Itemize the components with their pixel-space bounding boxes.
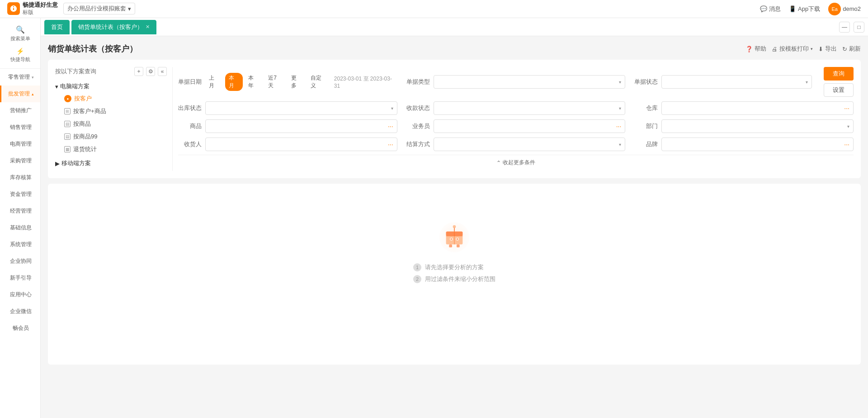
date-tab-custom[interactable]: 自定义 <box>307 73 330 91</box>
chevron-down-icon: ▾ <box>128 5 131 12</box>
order-status-label: 单据状态 <box>634 78 658 86</box>
scheme-return-stat[interactable]: ▦ 退货统计 <box>55 143 167 156</box>
settings-scheme-button[interactable]: ⚙ <box>146 67 155 76</box>
search-menu-item[interactable]: 🔍 搜索菜单 <box>4 23 37 45</box>
tab-window-actions: — □ <box>839 22 864 33</box>
industry-selector[interactable]: 办公用品行业模拟账套 ▾ <box>63 3 135 14</box>
date-tab-7days[interactable]: 近7天 <box>264 73 285 91</box>
mobile-scheme-header[interactable]: ▶ 移动端方案 <box>55 157 167 169</box>
date-tab-this-year[interactable]: 本年 <box>245 73 263 91</box>
help-link[interactable]: ❓ 帮助 <box>745 45 766 53</box>
receive-status-select[interactable]: ▾ <box>434 101 626 115</box>
settlement-select[interactable]: ▾ <box>434 138 626 151</box>
filter-row-order-status: 单据状态 ▾ 查询 设置 <box>634 67 854 97</box>
dept-select[interactable]: ▾ <box>661 119 854 133</box>
sidebar-item-operation[interactable]: 经营管理 <box>0 203 40 219</box>
filter-rows-3: 商品 ··· 业务员 <box>178 119 854 133</box>
settlement-label: 结算方式 <box>406 140 430 148</box>
app-download-button[interactable]: 📱 App下载 <box>789 5 820 13</box>
quick-nav-item[interactable]: ⚡ 快捷导航 <box>4 45 37 66</box>
sidebar-item-apps[interactable]: 应用中心 <box>0 286 40 303</box>
sidebar-item-retail[interactable]: 零售管理 ▾ <box>0 69 40 86</box>
sidebar-item-inventory[interactable]: 库存核算 <box>0 169 40 186</box>
tab-sales-stat[interactable]: 销货单统计表（按客户） ✕ <box>71 20 156 34</box>
date-label: 单据日期 <box>178 78 202 86</box>
tab-home[interactable]: 首页 <box>44 20 70 34</box>
sidebar-item-ecommerce[interactable]: 电商管理 <box>0 136 40 152</box>
empty-tip-2: 2 用过滤条件来缩小分析范围 <box>413 275 495 283</box>
export-button[interactable]: ⬇ 导出 <box>818 45 837 53</box>
tip-num-1: 1 <box>413 263 421 271</box>
tree-expand-icon: ▾ <box>55 83 58 90</box>
sidebar-item-system[interactable]: 系统管理 <box>0 236 40 253</box>
page-title-bar: 销货单统计表（按客户） ❓ 帮助 🖨 按模板打印 ▾ ⬇ 导出 <box>48 43 861 54</box>
topbar-right: 💬 消息 📱 App下载 Ea demo2 <box>760 3 861 15</box>
sidebar-item-wechat[interactable]: 企业微信 <box>0 303 40 320</box>
query-button[interactable]: 查询 <box>824 67 854 81</box>
topbar: 畅捷通好生意 标版 办公用品行业模拟账套 ▾ 💬 消息 📱 App下载 Ea d… <box>0 0 868 18</box>
content-area: 首页 销货单统计表（按客户） ✕ — □ 销货单统计表（按客户） ❓ 帮助 <box>41 18 868 418</box>
sidebar-item-wholesale[interactable]: 批发管理 ▴ <box>0 86 40 102</box>
sidebar-item-enterprise[interactable]: 企业协同 <box>0 253 40 270</box>
salesperson-select[interactable]: ··· <box>434 119 626 133</box>
sidebar-item-newbie[interactable]: 新手引导 <box>0 270 40 286</box>
collapse-bar[interactable]: ⌃ 收起更多条件 <box>178 155 854 170</box>
collapse-scheme-button[interactable]: « <box>158 67 167 76</box>
scheme-by-customer[interactable]: ● 按客户 <box>55 92 167 105</box>
filter-row-date: 单据日期 上月 本月 本年 近7天 更多 自定义 2023-03-01 至 20… <box>178 67 397 97</box>
scheme-by-goods99[interactable]: ▤ 按商品99 <box>55 130 167 143</box>
salesperson-ellipsis: ··· <box>616 123 622 130</box>
salesperson-label: 业务员 <box>406 122 430 130</box>
sidebar-item-marketing[interactable]: 营销推广 <box>0 102 40 119</box>
logo-icon <box>7 2 20 15</box>
scheme-by-goods[interactable]: ▤ 按商品 <box>55 118 167 130</box>
goods-ellipsis: ··· <box>388 123 393 130</box>
filter-layout: 按以下方案查询 + ⚙ « ▾ 电脑端方案 <box>55 67 854 171</box>
chevron-down-icon: ▾ <box>32 75 34 80</box>
add-scheme-button[interactable]: + <box>134 67 143 76</box>
sidebar-item-purchase[interactable]: 采购管理 <box>0 152 40 169</box>
chevron-up-icon: ▴ <box>32 92 34 96</box>
out-status-label: 出库状态 <box>178 104 202 112</box>
brand-select[interactable]: ··· <box>661 138 854 151</box>
sidebar-item-member[interactable]: 畅会员 <box>0 320 40 337</box>
sidebar-item-basic[interactable]: 基础信息 <box>0 219 40 236</box>
date-tab-this-month[interactable]: 本月 <box>225 73 243 91</box>
message-button[interactable]: 💬 消息 <box>760 5 781 13</box>
logo-text: 畅捷通好生意 标版 <box>23 1 58 16</box>
date-filter: 上月 本月 本年 近7天 更多 自定义 2023-03-01 至 2023-03… <box>205 73 397 91</box>
message-icon: 💬 <box>760 5 767 12</box>
maximize-button[interactable]: □ <box>854 22 864 33</box>
scheme-title: 按以下方案查询 <box>55 67 96 76</box>
scheme-by-customer-goods[interactable]: ⊞ 按客户+商品 <box>55 105 167 118</box>
wechat-label: 企业微信 <box>10 308 32 315</box>
desktop-scheme-header[interactable]: ▾ 电脑端方案 <box>55 81 167 92</box>
sidebar-item-finance[interactable]: 资金管理 <box>0 186 40 203</box>
table-icon2: ▤ <box>64 133 71 140</box>
tab-close-button[interactable]: ✕ <box>146 24 150 30</box>
minimize-button[interactable]: — <box>839 22 850 33</box>
app-icon: 📱 <box>789 5 796 12</box>
setting-button[interactable]: 设置 <box>824 83 854 97</box>
results-area: 1 请先选择要分析的方案 2 用过滤条件来缩小分析范围 <box>48 184 861 365</box>
filter-row-consignee: 收货人 ··· <box>178 138 397 151</box>
order-status-select[interactable]: ▾ <box>661 75 812 89</box>
date-tab-more[interactable]: 更多 <box>288 73 306 91</box>
dot-icon: ● <box>64 95 71 102</box>
order-type-select[interactable]: ▾ <box>434 75 626 89</box>
consignee-select[interactable]: ··· <box>205 138 397 151</box>
user-menu[interactable]: Ea demo2 <box>828 3 861 15</box>
svg-point-7 <box>451 238 452 240</box>
warehouse-select[interactable]: ··· <box>661 101 854 115</box>
date-tab-last-month[interactable]: 上月 <box>205 73 223 91</box>
settlement-arrow: ▾ <box>619 142 621 147</box>
print-button[interactable]: 🖨 按模板打印 ▾ <box>772 45 813 53</box>
grid-icon: ⊞ <box>64 108 71 114</box>
goods-select[interactable]: ··· <box>205 119 397 133</box>
sidebar-item-sales[interactable]: 销售管理 <box>0 119 40 136</box>
out-status-input-wrap: ▾ <box>205 101 397 115</box>
dept-arrow: ▾ <box>847 124 849 129</box>
tree-expand-icon2: ▶ <box>55 160 60 167</box>
refresh-button[interactable]: ↻ 刷新 <box>842 45 861 53</box>
out-status-select[interactable]: ▾ <box>205 101 397 115</box>
